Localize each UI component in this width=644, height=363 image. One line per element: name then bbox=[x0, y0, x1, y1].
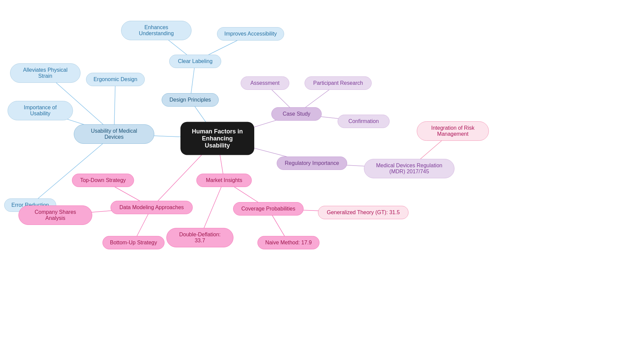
node-assessment[interactable]: Assessment bbox=[241, 76, 289, 90]
node-regulatory_importance[interactable]: Regulatory Importance bbox=[277, 157, 347, 170]
node-double_deflation[interactable]: Double-Deflation: 33.7 bbox=[166, 228, 233, 247]
node-importance_of_usability[interactable]: Importance of Usability bbox=[8, 101, 73, 120]
node-enhances_understanding[interactable]: Enhances Understanding bbox=[121, 21, 192, 40]
mind-map: Human Factors in Enhancing UsabilityUsab… bbox=[0, 0, 644, 363]
node-integration_of_risk_management[interactable]: Integration of Risk Management bbox=[417, 121, 489, 141]
node-ergonomic_design[interactable]: Ergonomic Design bbox=[86, 73, 145, 86]
node-participant_research[interactable]: Participant Research bbox=[305, 76, 372, 90]
node-center[interactable]: Human Factors in Enhancing Usability bbox=[180, 122, 254, 155]
node-case_study[interactable]: Case Study bbox=[271, 107, 322, 121]
node-naive_method[interactable]: Naive Method: 17.9 bbox=[258, 236, 320, 249]
node-confirmation[interactable]: Confirmation bbox=[338, 115, 390, 128]
node-medical_devices_regulation[interactable]: Medical Devices Regulation (MDR) 2017/74… bbox=[364, 159, 454, 178]
node-improves_accessibility[interactable]: Improves Accessibility bbox=[217, 27, 284, 41]
node-bottom_up_strategy[interactable]: Bottom-Up Strategy bbox=[103, 236, 165, 249]
node-clear_labeling[interactable]: Clear Labeling bbox=[169, 55, 221, 68]
node-usability_of_medical_devices[interactable]: Usability of Medical Devices bbox=[74, 124, 154, 144]
svg-line-4 bbox=[30, 134, 114, 205]
node-top_down_strategy[interactable]: Top-Down Strategy bbox=[72, 174, 134, 187]
node-market_insights[interactable]: Market Insights bbox=[197, 174, 252, 187]
node-alleviates_physical_strain[interactable]: Alleviates Physical Strain bbox=[10, 63, 80, 83]
node-design_principles[interactable]: Design Principles bbox=[162, 93, 219, 107]
node-company_shares_analysis[interactable]: Company Shares Analysis bbox=[18, 205, 92, 225]
node-generalized_theory[interactable]: Generalized Theory (GT): 31.5 bbox=[318, 206, 409, 219]
node-coverage_probabilities[interactable]: Coverage Probabilities bbox=[233, 202, 304, 216]
node-data_modeling_approaches[interactable]: Data Modeling Approaches bbox=[111, 201, 193, 214]
